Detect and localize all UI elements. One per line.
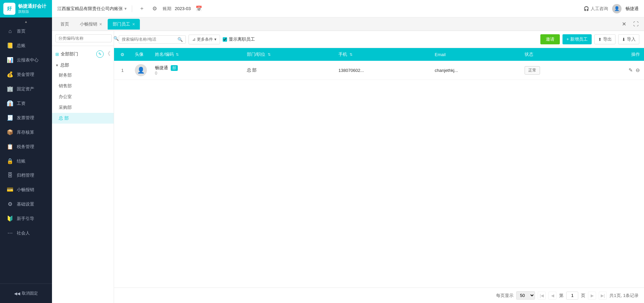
sidebar-item-settings[interactable]: ⚙ 基础设置 (0, 197, 52, 211)
export-button[interactable]: ⬆ 导出 (594, 34, 615, 44)
scroll-up-indicator[interactable]: ▲ (24, 20, 28, 24)
col-name[interactable]: 姓名/编码 ⇅ (151, 48, 243, 61)
invite-button[interactable]: 邀请 (540, 34, 560, 44)
calendar-icon-button[interactable]: 📅 (194, 4, 204, 13)
logo-icon: 好 (3, 3, 15, 15)
sidebar-item-inventory-label: 库存核算 (17, 129, 34, 135)
employee-name: 畅捷通 (155, 65, 168, 71)
dept-tree-header-left: ⊞ 全部部门 (55, 51, 78, 57)
right-panel: 🔍 ⊿ 更多条件 ▾ 显示离职员工 邀请 + 新增员工 ⬆ 导出 (114, 31, 644, 303)
col-dept[interactable]: 部门/职位 ⇅ (243, 48, 335, 61)
tab-home-label: 首页 (60, 21, 69, 27)
page-size-label: 每页显示 (496, 293, 514, 299)
dept-sort-icon: ⇅ (268, 52, 271, 56)
employee-search-icon[interactable]: 🔍 (177, 37, 183, 42)
funds-icon: 💰 (7, 71, 13, 78)
cell-phone: 138070602... (334, 61, 431, 80)
last-page-button[interactable]: ▶| (599, 292, 607, 300)
sidebar-item-more[interactable]: ⋯ 社会人 (0, 226, 52, 240)
support-button[interactable]: 🎧 人工咨询 (584, 6, 608, 12)
tab-expense-close[interactable]: × (99, 22, 102, 27)
sidebar-item-funds[interactable]: 💰 资金管理 (0, 67, 52, 82)
next-page-button[interactable]: ▶ (588, 292, 596, 300)
period-label: 账期 (163, 6, 171, 12)
dept-panel: 🔍 ⊞ 全部部门 ✎ 《 ▼ 总部 财 (52, 31, 114, 303)
app-name: 畅捷通好会计 (18, 3, 46, 9)
dept-item-purchase[interactable]: 采购部 (52, 102, 114, 113)
show-resigned-text: 显示离职员工 (229, 36, 255, 42)
sidebar-item-guide[interactable]: 🔰 新手引导 (0, 211, 52, 226)
import-button[interactable]: ⬇ 导入 (618, 34, 639, 44)
tab-expense-label: 小畅报销 (80, 21, 97, 27)
cell-actions: ✎ ⊖ (588, 61, 644, 80)
pagination: 每页显示 50 20 100 |◀ ◀ 第 页 ▶ ▶| 共1页, 1条记录 (114, 288, 644, 303)
main-collapse-arrow[interactable]: ▼ (55, 63, 59, 67)
cancel-fixed-icon: ◀◀ (14, 291, 20, 296)
employee-table-body: 1 👤 畅捷通 部 0 (114, 61, 644, 80)
page-size-select[interactable]: 50 20 100 (516, 291, 535, 300)
tab-expense[interactable]: 小畅报销 × (75, 19, 107, 30)
add-employee-button[interactable]: + 新增员工 (562, 34, 592, 44)
sidebar-item-reports[interactable]: 📊 云报表中心 (0, 53, 52, 67)
employee-dept: 总 部 (247, 68, 257, 73)
tab-dept-staff-close[interactable]: × (132, 22, 135, 27)
dept-collapse-icon[interactable]: 《 (105, 50, 110, 58)
sidebar-item-inventory[interactable]: 📦 库存核算 (0, 125, 52, 139)
tab-home[interactable]: 首页 (55, 19, 74, 30)
sidebar-item-tax[interactable]: 📋 税务管理 (0, 139, 52, 154)
content-area: 🔍 ⊞ 全部部门 ✎ 《 ▼ 总部 财 (52, 31, 644, 303)
sidebar-item-close[interactable]: 🔒 结账 (0, 154, 52, 168)
settings-gear-button[interactable]: ⚙ (150, 4, 159, 13)
status-badge: 正常 (525, 66, 540, 75)
cell-status: 正常 (521, 61, 588, 80)
col-settings[interactable]: ⚙ (114, 48, 131, 61)
expand-button[interactable]: ⛶ (631, 19, 641, 29)
cancel-fixed-button[interactable]: ◀◀ 取消固定 (0, 287, 52, 300)
sidebar-item-assets[interactable]: 🏢 固定资产 (0, 82, 52, 96)
dept-group-main: ▼ 总部 (52, 60, 114, 70)
company-dropdown-icon: ▾ (124, 6, 127, 11)
dept-badge: 部 (171, 65, 178, 71)
sidebar-item-invoice[interactable]: 🧾 发票管理 (0, 111, 52, 125)
user-name[interactable]: 畅捷通 (626, 6, 639, 12)
add-tab-button[interactable]: ＋ (137, 4, 147, 13)
dept-all-label[interactable]: 全部部门 (61, 51, 78, 57)
dept-item-office[interactable]: 办公室 (52, 91, 114, 102)
edit-icon[interactable]: ✎ (629, 67, 633, 73)
page-num-prefix: 第 (559, 293, 564, 299)
sidebar-item-home[interactable]: ⌂ 首页 (0, 24, 52, 38)
page-label: 页 (581, 293, 585, 299)
employee-avatar: 👤 (135, 64, 147, 76)
col-phone[interactable]: 手机 ⇅ (334, 48, 431, 61)
sidebar-item-ledger[interactable]: 📒 总账 (0, 38, 52, 53)
dept-item-general[interactable]: 总 部 (52, 113, 114, 124)
company-selector[interactable]: 江西服宝精品有限责任公司内账张 ▾ (57, 6, 127, 12)
cell-email: chanjethkj... (431, 61, 521, 80)
guide-icon: 🔰 (7, 215, 13, 222)
employee-search-input[interactable] (122, 37, 176, 42)
logout-icon[interactable]: ⊖ (636, 67, 640, 73)
dept-item-sales[interactable]: 销售部 (52, 81, 114, 91)
sidebar-item-expense[interactable]: 💳 小畅报销 (0, 182, 52, 197)
close-tab-button[interactable]: ✕ (619, 19, 629, 29)
sidebar-item-funds-label: 资金管理 (17, 72, 34, 78)
sidebar-item-salary[interactable]: 👔 工资 (0, 96, 52, 111)
sidebar-item-home-label: 首页 (17, 28, 25, 34)
prev-page-button[interactable]: ◀ (548, 292, 556, 300)
cell-avatar: 👤 (131, 61, 151, 80)
employee-table: ⚙ 头像 姓名/编码 ⇅ 部门/职位 ⇅ 手机 ⇅ Email 状态 操作 1 (114, 48, 644, 80)
toolbar-right: 邀请 + 新增员工 ⬆ 导出 ⬇ 导入 (540, 34, 639, 44)
dept-main-label[interactable]: 总部 (60, 62, 69, 68)
page-input[interactable] (566, 292, 578, 300)
dept-search-input[interactable] (55, 34, 112, 42)
tab-dept-staff[interactable]: 部门员工 × (108, 19, 140, 30)
sidebar-item-archive[interactable]: 🗄 归档管理 (0, 168, 52, 182)
sidebar-item-expense-label: 小畅报销 (17, 187, 34, 193)
more-filter-button[interactable]: ⊿ 更多条件 ▾ (189, 35, 220, 44)
show-resigned-label[interactable]: 显示离职员工 (223, 36, 255, 42)
dept-item-finance[interactable]: 财务部 (52, 70, 114, 81)
first-page-button[interactable]: |◀ (538, 292, 546, 300)
dept-edit-icon[interactable]: ✎ (96, 50, 104, 58)
sidebar-item-salary-label: 工资 (17, 100, 25, 106)
show-resigned-checkbox[interactable] (223, 37, 227, 42)
